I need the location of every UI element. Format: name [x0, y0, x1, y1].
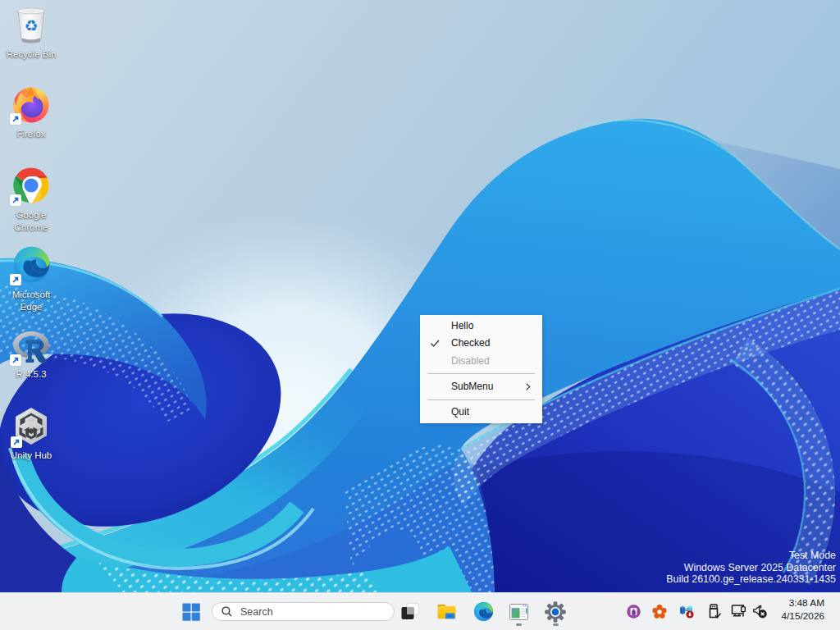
desktop-icon-label: Microsoft Edge — [0, 289, 62, 313]
edge-taskbar-button[interactable] — [472, 593, 495, 630]
clock-time: 3:48 AM — [782, 597, 824, 610]
tray-icon-orange-star[interactable] — [652, 593, 667, 630]
watermark-line-3: Build 26100.ge_release.240331-1435 — [666, 573, 836, 586]
desktop-icon-recycle-bin[interactable]: ♻ Recycle Bin — [0, 7, 62, 61]
app-window-button[interactable] — [507, 593, 530, 630]
tray-icon-safely-remove-hardware[interactable] — [706, 593, 721, 630]
watermark-line-2: Windows Server 2025 Datacenter — [666, 562, 836, 574]
checkmark-icon — [430, 338, 441, 349]
menu-item-disabled[interactable]: Disabled — [420, 353, 542, 370]
edge-taskbar-icon — [473, 601, 494, 622]
menu-item-quit[interactable]: Quit — [420, 404, 542, 421]
menu-separator — [420, 370, 542, 378]
menu-separator — [420, 395, 542, 404]
desktop: ♻ Recycle Bin — [0, 0, 840, 592]
usb-eject-icon — [706, 604, 721, 619]
menu-item-label: Checked — [451, 337, 490, 349]
menu-item-hello[interactable]: Hello — [420, 317, 542, 335]
desktop-icon-unity-hub[interactable]: Unity Hub — [0, 407, 62, 462]
settings-button[interactable] — [544, 593, 567, 630]
submenu-arrow-icon — [523, 382, 532, 391]
running-indicator — [553, 623, 559, 626]
recycle-bin-icon: ♻ — [16, 7, 46, 43]
context-menu: Hello Checked Disabled SubMenu Quit — [420, 315, 542, 423]
tray-icon-volume-muted[interactable] — [752, 593, 767, 630]
test-mode-watermark: Test Mode Windows Server 2025 Datacenter… — [666, 550, 836, 586]
shortcut-arrow-icon — [11, 356, 20, 364]
file-explorer-icon — [436, 601, 457, 622]
task-view-button[interactable] — [399, 593, 422, 630]
desktop-icon-microsoft-edge[interactable]: Microsoft Edge — [0, 245, 62, 313]
shortcut-arrow-overlay — [11, 436, 22, 448]
windows-logo-icon — [182, 603, 200, 621]
clock-date: 4/15/2026 — [782, 610, 824, 623]
search-placeholder: Search — [240, 606, 273, 618]
desktop-icon-label: Unity Hub — [0, 450, 62, 462]
desktop-icon-label: Firefox — [0, 128, 62, 140]
taskbar-search-box[interactable]: Search — [212, 602, 395, 621]
desktop-icon-firefox[interactable]: Firefox — [0, 85, 62, 140]
shortcut-arrow-overlay — [10, 194, 21, 206]
desktop-icon-label: Google Chrome — [0, 209, 62, 233]
menu-item-label: Quit — [451, 406, 469, 418]
shortcut-arrow-overlay — [10, 113, 21, 125]
settings-gear-icon — [545, 601, 566, 623]
purple-app-icon — [627, 605, 641, 619]
menu-item-label: SubMenu — [451, 381, 493, 392]
shortcut-arrow-icon — [12, 438, 21, 446]
tray-icon-network[interactable] — [731, 593, 746, 630]
taskbar-clock[interactable]: 3:48 AM 4/15/2026 — [782, 591, 824, 628]
desktop-icon-google-chrome[interactable]: Google Chrome — [0, 167, 62, 233]
menu-item-submenu[interactable]: SubMenu — [420, 378, 542, 395]
app-window-icon — [509, 604, 528, 620]
watermark-line-1: Test Mode — [666, 550, 836, 562]
desktop-icon-r[interactable]: R 4.5.3 — [0, 330, 62, 381]
taskbar: Search — [0, 592, 840, 630]
shortcut-arrow-icon — [11, 276, 20, 284]
shortcut-arrow-overlay — [10, 354, 21, 366]
running-indicator — [516, 623, 522, 626]
start-button[interactable] — [180, 593, 203, 630]
desktop-icon-label: R 4.5.3 — [0, 368, 62, 381]
blue-cluster-icon — [679, 605, 694, 619]
menu-item-label: Disabled — [451, 355, 490, 367]
shortcut-arrow-overlay — [10, 274, 21, 285]
menu-item-label: Hello — [451, 320, 473, 331]
tray-icon-blue-cluster[interactable] — [679, 593, 694, 630]
orange-star-icon — [652, 605, 667, 619]
svg-text:♻: ♻ — [24, 16, 38, 34]
network-ethernet-icon — [731, 604, 746, 619]
menu-item-checked[interactable]: Checked — [420, 335, 542, 352]
wallpaper-bloom — [0, 0, 840, 592]
shortcut-arrow-icon — [11, 196, 20, 204]
tray-icon-purple-app[interactable] — [627, 593, 641, 630]
file-explorer-button[interactable] — [435, 593, 458, 630]
speaker-mute-icon — [753, 605, 767, 619]
search-icon — [221, 606, 232, 617]
task-view-icon — [401, 603, 419, 621]
shortcut-arrow-icon — [11, 115, 20, 123]
desktop-icon-label: Recycle Bin — [0, 48, 62, 61]
